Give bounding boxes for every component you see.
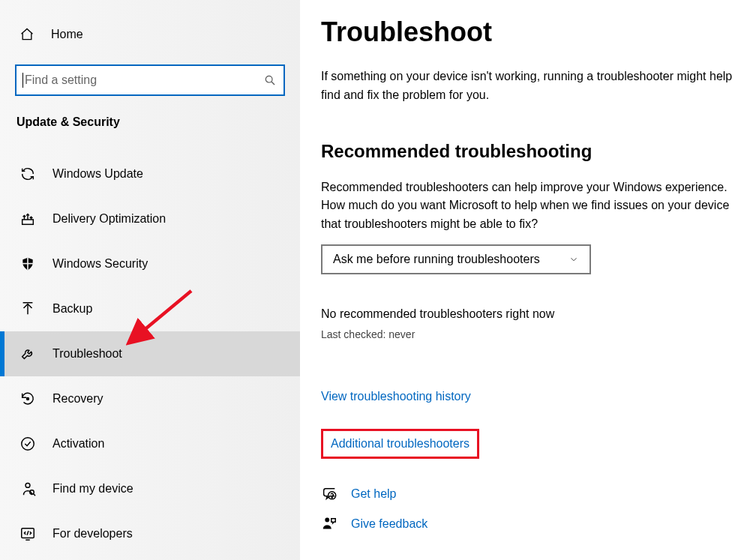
recommended-heading: Recommended troubleshooting — [321, 141, 734, 162]
get-help-link[interactable]: Get help — [321, 486, 734, 502]
link-history[interactable]: View troubleshooting history — [321, 390, 471, 403]
give-feedback-label: Give feedback — [351, 517, 428, 531]
nav-item-label: Activation — [52, 437, 104, 451]
nav-item-recovery[interactable]: Recovery — [0, 376, 300, 421]
give-feedback-link[interactable]: Give feedback — [321, 516, 734, 532]
nav-item-label: Backup — [52, 302, 92, 316]
text-caret — [22, 73, 23, 88]
nav-item-troubleshoot[interactable]: Troubleshoot — [0, 331, 300, 376]
link-additional-troubleshooters[interactable]: Additional troubleshooters — [331, 437, 470, 451]
nav-item-label: Delivery Optimization — [52, 212, 166, 226]
search-icon — [264, 74, 276, 86]
svg-rect-4 — [22, 263, 34, 265]
svg-point-17 — [332, 497, 332, 498]
svg-line-1 — [272, 82, 274, 85]
backup-icon — [20, 301, 36, 317]
recovery-icon — [20, 391, 36, 407]
nav-item-find-my-device[interactable]: Find my device — [0, 466, 300, 511]
activation-icon — [20, 436, 36, 452]
nav-item-label: Troubleshoot — [52, 347, 122, 361]
nav-item-backup[interactable]: Backup — [0, 286, 300, 331]
svg-line-14 — [27, 531, 28, 535]
nav-item-delivery-optimization[interactable]: Delivery Optimization — [0, 196, 300, 241]
nav-item-label: Recovery — [52, 392, 104, 406]
sidebar: Home Update & Security — [0, 0, 300, 560]
nav-item-label: Windows Security — [52, 257, 148, 271]
annotation-highlight: Additional troubleshooters — [321, 429, 479, 459]
nav-item-label: For developers — [52, 527, 133, 541]
search-input[interactable] — [15, 64, 285, 96]
nav-item-for-developers[interactable]: For developers — [0, 511, 300, 556]
get-help-label: Get help — [351, 487, 396, 501]
search-field[interactable] — [25, 66, 264, 94]
status-subtext: Last checked: never — [321, 328, 734, 340]
svg-point-18 — [325, 518, 329, 523]
nav-item-label: Windows Update — [52, 167, 143, 181]
recommended-dropdown[interactable]: Ask me before running troubleshooters — [321, 244, 591, 274]
sync-icon — [20, 166, 36, 182]
intro-text: If something on your device isn't workin… — [321, 67, 734, 105]
feedback-icon — [321, 516, 338, 532]
svg-point-9 — [26, 483, 30, 487]
category-label: Update & Security — [16, 115, 300, 129]
shield-icon — [20, 256, 36, 272]
developers-icon — [20, 526, 36, 542]
svg-line-11 — [33, 493, 35, 496]
svg-point-7 — [27, 398, 29, 400]
find-device-icon — [20, 481, 36, 497]
dropdown-value: Ask me before running troubleshooters — [333, 253, 540, 266]
nav-item-windows-security[interactable]: Windows Security — [0, 241, 300, 286]
svg-rect-2 — [22, 220, 34, 224]
nav-item-label: Find my device — [52, 482, 134, 496]
delivery-icon — [20, 211, 36, 227]
page-title: Troubleshoot — [321, 16, 734, 48]
nav-item-windows-update[interactable]: Windows Update — [0, 151, 300, 196]
nav-item-activation[interactable]: Activation — [0, 421, 300, 466]
status-text: No recommended troubleshooters right now — [321, 307, 734, 321]
recommended-body: Recommended troubleshooters can help imp… — [321, 178, 734, 234]
svg-point-8 — [22, 438, 34, 451]
home-button[interactable]: Home — [0, 18, 300, 51]
home-label: Home — [51, 28, 83, 41]
svg-point-0 — [266, 76, 272, 82]
chevron-down-icon — [568, 254, 579, 265]
home-icon — [20, 27, 34, 42]
nav-list: Windows Update Delivery Optimization — [0, 151, 300, 556]
wrench-icon — [20, 346, 36, 362]
help-icon — [321, 486, 338, 502]
main-panel: Troubleshoot If something on your device… — [300, 0, 756, 560]
